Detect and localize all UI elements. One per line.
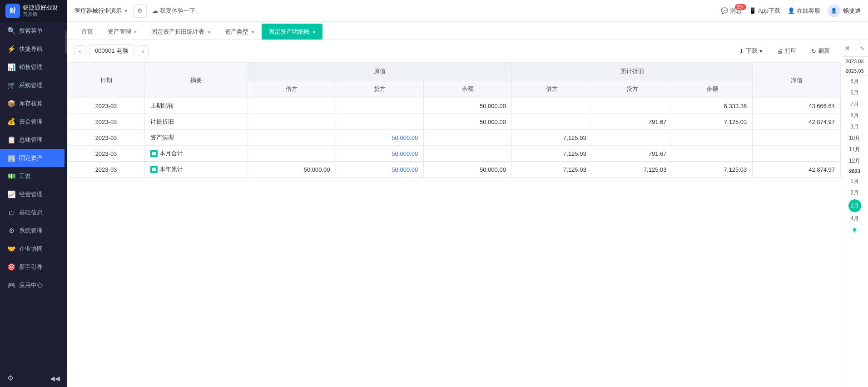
collab-icon: 🤝 [7, 245, 15, 253]
tab-depreciation-stat[interactable]: 固定资产折旧统计表 × [144, 24, 217, 40]
sidebar-item-finance[interactable]: 💰 资金管理 [0, 113, 64, 131]
timeline-month-2[interactable]: 2月 [841, 187, 868, 198]
messages-button[interactable]: 💬 消息 99+ [721, 7, 742, 15]
sidebar-label-guide: 新手引导 [19, 263, 43, 271]
svg-rect-1 [152, 168, 156, 171]
row3-orig-balance [424, 130, 512, 146]
row1-summary: 上期结转 [145, 98, 248, 114]
username: 畅捷通 [843, 7, 861, 15]
sidebar-item-quicknav[interactable]: ⚡ 快捷导航 [0, 40, 64, 58]
sidebar-item-collab[interactable]: 🤝 企业协同 [0, 240, 64, 258]
timeline-month-4[interactable]: 4月 [841, 213, 868, 224]
salary-icon: 💵 [7, 172, 15, 180]
sidebar-label-system: 系统管理 [19, 227, 43, 235]
sidebar-item-inventory[interactable]: 📦 库存核算 [0, 94, 64, 113]
timeline-month-9[interactable]: 9月 [841, 121, 868, 133]
app-download-label: App下载 [758, 7, 780, 15]
sidebar-item-sales[interactable]: 📊 销售管理 [0, 58, 64, 76]
download-label: 下载 [746, 47, 758, 55]
sidebar-item-purchase[interactable]: 🛒 采购管理 [0, 76, 64, 94]
row3-orig-debit [248, 130, 336, 146]
online-service-button[interactable]: 👤 在线客服 [788, 7, 820, 15]
sidebar-item-search[interactable]: 🔍 搜索菜单 [0, 22, 64, 40]
timeline-date-top2: 2023.03 [841, 66, 868, 76]
tab-asset-detail[interactable]: 固定资产明细账 × [262, 24, 322, 40]
cloud-icon: ☁ [152, 7, 158, 14]
timeline-month-5[interactable]: 5月 [841, 76, 868, 87]
right-panel-close-button[interactable]: ✕ [845, 45, 850, 52]
tab-depreciation-stat-close[interactable]: × [207, 29, 210, 35]
sidebar-item-guide[interactable]: 🎯 新手引导 [0, 258, 64, 276]
tab-asset-type[interactable]: 资产类型 × [218, 24, 261, 40]
row4-accum-balance [672, 146, 753, 162]
sidebar-item-operation[interactable]: 📈 经营管理 [0, 185, 64, 203]
header-experience[interactable]: ☁ 我要体验一下 [152, 7, 195, 15]
timeline-month-8[interactable]: 8月 [841, 110, 868, 121]
timeline-scroll-down[interactable]: ▼ [841, 224, 868, 236]
timeline-month-7[interactable]: 7月 [841, 99, 868, 110]
app-download-button[interactable]: 📱 App下载 [749, 7, 780, 15]
download-button[interactable]: ⬇ 下载 ▾ [735, 45, 766, 57]
row1-accum-debit [511, 98, 592, 114]
timeline-month-1[interactable]: 1月 [841, 176, 868, 187]
refresh-button[interactable]: ↻ 刷新 [808, 45, 833, 57]
sidebar: 财 畅捷通好业财 普及版 🔍 搜索菜单 ⚡ 快捷导航 📊 销售管理 [0, 0, 67, 387]
svg-rect-0 [152, 152, 156, 155]
table-row: 2023-03 上期结转 50,000.00 6,333.36 43,666.6… [68, 98, 841, 114]
row3-net-value [753, 130, 841, 146]
sidebar-item-basic[interactable]: 🗂 基础信息 [0, 203, 64, 222]
avatar-icon: 👤 [831, 8, 837, 14]
timeline-month-10[interactable]: 10月 [841, 133, 868, 144]
year-icon [150, 166, 158, 173]
year-tag: 本年累计 [150, 165, 183, 174]
timeline-month-3-active[interactable]: 3月 [841, 198, 868, 213]
timeline-month-12[interactable]: 12月 [841, 155, 868, 167]
app-download-icon: 📱 [749, 7, 756, 14]
guide-icon: 🎯 [7, 263, 15, 271]
table-row: 2023-03 计提折旧 50,000.00 791.67 7,125.03 4… [68, 114, 841, 130]
next-asset-button[interactable]: › [138, 45, 149, 56]
right-panel-expand-button[interactable]: ⤡ [860, 45, 864, 51]
collapse-icon[interactable]: ◀◀ [50, 375, 60, 382]
sidebar-item-appstore[interactable]: 🎮 应用中心 [0, 276, 64, 294]
timeline-month-3-circle[interactable]: 3月 [848, 199, 861, 212]
tab-asset-mgmt-close[interactable]: × [134, 29, 137, 35]
avatar: 👤 [828, 5, 840, 17]
row1-orig-balance: 50,000.00 [424, 98, 512, 114]
prev-asset-button[interactable]: ‹ [74, 45, 85, 56]
header-project[interactable]: 医疗器械行业演示 ▾ [74, 7, 128, 15]
appstore-icon: 🎮 [7, 281, 15, 289]
tabs-bar: 首页 资产管理 × 固定资产折旧统计表 × 资产类型 × 固定资产明细账 × [67, 22, 868, 40]
row3-orig-credit: 50,000.00 [336, 130, 424, 146]
next-icon: › [142, 48, 144, 55]
timeline: 5月 6月 7月 8月 9月 10月 11月 12月 2023 1月 2月 3月 [841, 76, 868, 387]
service-icon: 👤 [788, 7, 795, 14]
tab-asset-mgmt[interactable]: 资产管理 × [101, 24, 144, 40]
online-service-label: 在线客服 [797, 7, 820, 15]
tab-home[interactable]: 首页 [74, 24, 100, 40]
asset-code-tag: 000001 电脑 [89, 45, 134, 57]
col-accum-credit: 贷方 [592, 80, 672, 98]
sidebar-item-ledger[interactable]: 📋 总账管理 [0, 131, 64, 149]
timeline-month-11[interactable]: 11月 [841, 144, 868, 155]
row4-orig-debit [248, 146, 336, 162]
print-button[interactable]: 🖨 打印 [774, 45, 800, 57]
sidebar-item-fixedasset[interactable]: 🏢 固定资产 [0, 149, 64, 167]
row1-net-value: 43,666.64 [753, 98, 841, 114]
sidebar-item-salary[interactable]: 💵 工资 [0, 167, 64, 185]
content-area: ‹ 000001 电脑 › ⬇ 下 [67, 40, 868, 387]
tab-asset-detail-close[interactable]: × [312, 29, 315, 35]
timeline-month-6[interactable]: 6月 [841, 87, 868, 99]
row2-accum-debit [511, 114, 592, 130]
print-icon: 🖨 [777, 48, 783, 55]
sidebar-label-inventory: 库存核算 [19, 99, 43, 108]
sidebar-item-system[interactable]: ⚙ 系统管理 [0, 222, 64, 240]
user-profile[interactable]: 👤 畅捷通 [828, 5, 861, 17]
row2-summary: 计提折旧 [145, 114, 248, 130]
header-gear-button[interactable]: ⚙ [133, 4, 147, 18]
tab-asset-type-close[interactable]: × [251, 29, 254, 35]
col-accum-balance: 余额 [672, 80, 753, 98]
sidebar-nav: 🔍 搜索菜单 ⚡ 快捷导航 📊 销售管理 🛒 采购管理 📦 库存核算 [0, 22, 64, 369]
settings-icon[interactable]: ⚙ [7, 374, 14, 382]
row4-accum-debit: 7,125.03 [511, 146, 592, 162]
